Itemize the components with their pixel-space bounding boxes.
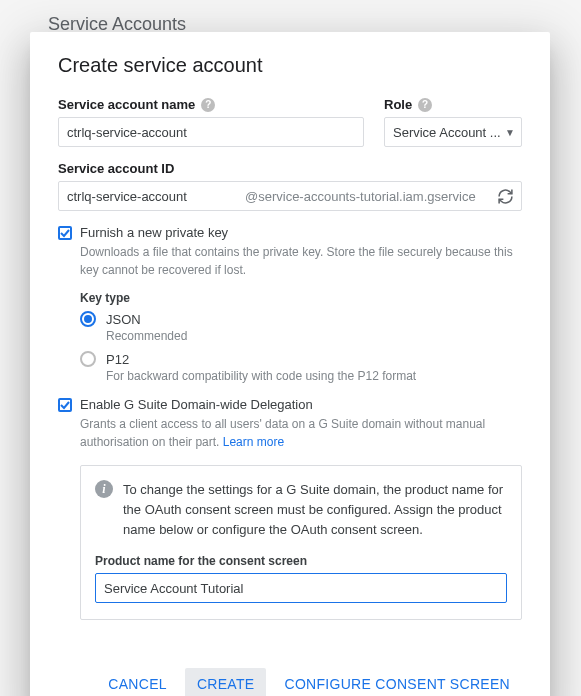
- key-type-label: Key type: [80, 291, 522, 305]
- furnish-key-helper: Downloads a file that contains the priva…: [80, 243, 522, 279]
- learn-more-link[interactable]: Learn more: [223, 435, 284, 449]
- info-text: To change the settings for a G Suite dom…: [123, 480, 507, 540]
- domain-delegation-helper: Grants a client access to all users' dat…: [80, 415, 522, 451]
- help-icon[interactable]: ?: [201, 98, 215, 112]
- dialog-actions: CANCEL CREATE CONFIGURE CONSENT SCREEN: [58, 668, 522, 696]
- service-account-id-value[interactable]: ctrlq-service-account: [67, 189, 245, 204]
- field-label: Service account name: [58, 97, 195, 112]
- refresh-icon[interactable]: [495, 186, 515, 206]
- radio-label: JSON: [106, 312, 141, 327]
- key-type-p12-radio[interactable]: [80, 351, 96, 367]
- domain-delegation-checkbox[interactable]: [58, 398, 72, 412]
- role-field: Role ? Service Account ... ▼: [384, 97, 522, 147]
- role-select[interactable]: Service Account ... ▼: [384, 117, 522, 147]
- configure-consent-button[interactable]: CONFIGURE CONSENT SCREEN: [272, 668, 522, 696]
- furnish-key-label: Furnish a new private key: [80, 225, 228, 240]
- furnish-key-checkbox[interactable]: [58, 226, 72, 240]
- help-icon[interactable]: ?: [418, 98, 432, 112]
- product-name-input[interactable]: [95, 573, 507, 603]
- field-label: Role: [384, 97, 412, 112]
- create-button[interactable]: CREATE: [185, 668, 267, 696]
- key-type-json-radio[interactable]: [80, 311, 96, 327]
- service-account-name-field: Service account name ?: [58, 97, 364, 147]
- product-name-label: Product name for the consent screen: [95, 554, 507, 568]
- service-account-name-input[interactable]: [58, 117, 364, 147]
- service-account-id-suffix: @service-accounts-tutorial.iam.gservice: [245, 189, 495, 204]
- cancel-button[interactable]: CANCEL: [96, 668, 179, 696]
- radio-helper: For backward compatibility with code usi…: [106, 369, 522, 383]
- dialog-title: Create service account: [58, 54, 522, 77]
- consent-info-box: i To change the settings for a G Suite d…: [80, 465, 522, 620]
- radio-label: P12: [106, 352, 129, 367]
- create-service-account-dialog: Create service account Service account n…: [30, 32, 550, 696]
- radio-helper: Recommended: [106, 329, 522, 343]
- role-select-value: Service Account ...: [393, 125, 501, 140]
- service-account-id-field: Service account ID ctrlq-service-account…: [58, 161, 522, 211]
- chevron-down-icon: ▼: [505, 127, 515, 138]
- key-type-section: Key type JSON Recommended P12 For backwa…: [80, 291, 522, 383]
- domain-delegation-label: Enable G Suite Domain-wide Delegation: [80, 397, 313, 412]
- info-icon: i: [95, 480, 113, 498]
- field-label: Service account ID: [58, 161, 174, 176]
